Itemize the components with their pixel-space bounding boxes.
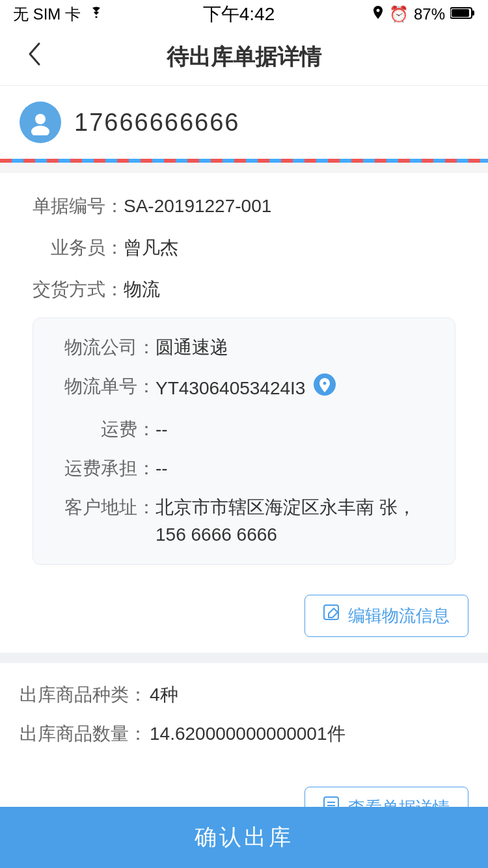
freight-bearer-row: 运费承担： -- (51, 455, 437, 482)
carrier-text: 无 SIM 卡 (13, 4, 81, 25)
delivery-value: 物流 (124, 276, 468, 303)
product-types-row: 出库商品种类： 4种 (20, 683, 468, 707)
confirm-btn-text: 确认出库 (195, 824, 293, 849)
address-value: 北京市市辖区海淀区永丰南 张，156 6666 6666 (156, 494, 437, 549)
page-title: 待出库单据详情 (167, 42, 321, 72)
freight-label: 运费： (51, 416, 156, 443)
product-types-label: 出库商品种类： (20, 683, 150, 707)
logistics-tracking-value: YT43064053424I3 (156, 373, 437, 404)
address-label: 客户地址： (51, 494, 156, 521)
edit-logistics-row: 编辑物流信息 (0, 584, 488, 653)
products-section: 出库商品种类： 4种 出库商品数量： 14.620000000000001件 (0, 663, 488, 780)
logistics-card: 物流公司： 圆通速递 物流单号： YT43064053424I3 运费： (33, 318, 455, 565)
edit-logistics-button[interactable]: 编辑物流信息 (305, 595, 468, 637)
delivery-label: 交货方式： (20, 276, 124, 303)
status-time: 下午4:42 (203, 2, 275, 27)
svg-rect-2 (452, 9, 469, 17)
dashed-divider (0, 159, 488, 163)
logistics-company-row: 物流公司： 圆通速递 (51, 334, 437, 361)
avatar (20, 102, 61, 143)
battery-text: 87% (414, 5, 445, 23)
product-quantity-value: 14.620000000000001件 (150, 722, 346, 746)
salesman-label: 业务员： (20, 234, 124, 262)
status-left: 无 SIM 卡 (13, 4, 105, 25)
order-info-section: 单据编号： SA-20191227-001 业务员： 曾凡杰 交货方式： 物流 … (0, 173, 488, 584)
freight-bearer-value: -- (156, 455, 437, 482)
wifi-icon (87, 5, 105, 23)
logistics-tracking-label: 物流单号： (51, 373, 156, 400)
confirm-button[interactable]: 确认出库 (0, 807, 488, 868)
order-number-row: 单据编号： SA-20191227-001 (20, 193, 468, 220)
customer-phone: 17666666666 (74, 109, 239, 137)
freight-bearer-label: 运费承担： (51, 455, 156, 482)
salesman-row: 业务员： 曾凡杰 (20, 234, 468, 262)
salesman-value: 曾凡杰 (124, 234, 468, 262)
product-types-value: 4种 (150, 683, 178, 707)
edit-logistics-label: 编辑物流信息 (348, 604, 450, 627)
delivery-row: 交货方式： 物流 (20, 276, 468, 303)
logistics-company-label: 物流公司： (51, 334, 156, 361)
customer-header: 17666666666 (0, 86, 488, 159)
edit-icon (323, 604, 342, 627)
status-right: ⏰ 87% (372, 5, 475, 23)
section-divider-1 (0, 653, 488, 663)
svg-point-4 (31, 126, 49, 135)
order-number-label: 单据编号： (20, 193, 124, 220)
address-row: 客户地址： 北京市市辖区海淀区永丰南 张，156 6666 6666 (51, 494, 437, 549)
product-quantity-label: 出库商品数量： (20, 722, 150, 746)
freight-row: 运费： -- (51, 416, 437, 443)
location-status-icon (372, 5, 384, 23)
product-quantity-row: 出库商品数量： 14.620000000000001件 (20, 722, 468, 746)
logistics-tracking-row: 物流单号： YT43064053424I3 (51, 373, 437, 404)
svg-rect-1 (472, 10, 474, 16)
alarm-icon: ⏰ (389, 5, 409, 23)
nav-bar: 待出库单据详情 (0, 29, 488, 86)
status-bar: 无 SIM 卡 下午4:42 ⏰ 87% (0, 0, 488, 29)
freight-value: -- (156, 416, 437, 443)
logistics-company-value: 圆通速递 (156, 334, 437, 361)
svg-point-3 (35, 114, 46, 124)
map-pin-icon[interactable] (313, 373, 336, 404)
battery-icon (450, 5, 475, 23)
back-button[interactable] (20, 34, 48, 79)
order-number-value: SA-20191227-001 (124, 193, 468, 220)
